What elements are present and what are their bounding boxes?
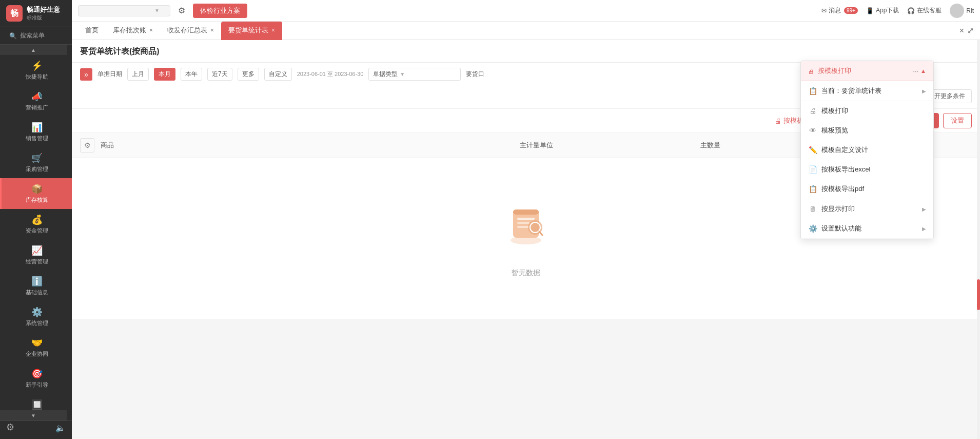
date-filter-label: 单据日期	[97, 70, 122, 79]
app-download-btn[interactable]: 📱 App下载	[866, 6, 899, 15]
template-print-item[interactable]: 🖨 模板打印	[801, 101, 933, 121]
export-pdf-icon: 📋	[808, 185, 817, 193]
print-dropdown-up-icon[interactable]: ▲	[920, 68, 926, 74]
default-func-arrow: ▶	[922, 226, 926, 232]
template-items-section: 🖨 模板打印 👁 模板预览 ✏️ 模板自定义设计 📄 按模板导出excel	[801, 101, 933, 199]
topbar-right: ✉ 消息 99+ 📱 App下载 🎧 在线客服 Rit	[821, 4, 974, 18]
export-excel-icon: 📄	[808, 165, 817, 174]
template-design-item[interactable]: ✏️ 模板自定义设计	[801, 140, 933, 160]
empty-text: 暂无数据	[512, 269, 540, 278]
default-func-icon: ⚙️	[808, 224, 817, 233]
date-btn-current-year[interactable]: 本年	[181, 68, 202, 81]
template-preview-item[interactable]: 👁 模板预览	[801, 121, 933, 140]
sidebar-settings-gear[interactable]: ⚙	[6, 422, 14, 433]
newbie-icon: 🎯	[31, 368, 43, 379]
export-excel-item[interactable]: 📄 按模板导出excel	[801, 160, 933, 179]
default-func-item[interactable]: ⚙️ 设置默认功能 ▶	[801, 219, 933, 238]
tab-close-order-stats[interactable]: ×	[271, 27, 275, 34]
sidebar-item-apps[interactable]: 🔲 应用中心	[0, 394, 72, 410]
tab-inventory-batch[interactable]: 库存批次账 ×	[106, 22, 160, 40]
current-template-label: 当前：要货单统计表	[821, 86, 881, 96]
date-btn-last7[interactable]: 近7天	[207, 68, 232, 81]
app-logo[interactable]: 畅 畅通好生意 标准版	[0, 0, 72, 27]
filter-expand-btn[interactable]: »	[80, 68, 92, 81]
finance-icon: 💰	[31, 214, 43, 225]
sidebar-item-operations[interactable]: 📈 经营管理	[0, 240, 72, 271]
date-btn-current-month[interactable]: 本月	[154, 68, 175, 81]
tabs-bar: 首页 库存批次账 × 收发存汇总表 × 要货单统计表 × × ⤢	[72, 22, 980, 40]
tabs-right-controls: × ⤢	[959, 26, 974, 35]
basics-icon: ℹ️	[31, 276, 43, 287]
th-product: 商品	[101, 141, 449, 150]
logo-icon: 畅	[6, 5, 23, 22]
search-menu[interactable]: 🔍 搜索菜单	[0, 27, 72, 45]
tab-maximize-btn[interactable]: ⤢	[967, 26, 974, 35]
tab-home[interactable]: 首页	[78, 22, 106, 40]
tab-close-inventory-batch[interactable]: ×	[149, 27, 153, 34]
page-header: 要货单统计表(按商品)	[72, 40, 980, 63]
sidebar-item-sales[interactable]: 📊 销售管理	[0, 117, 72, 147]
date-btn-more[interactable]: 更多	[238, 68, 259, 81]
sidebar-scroll-down[interactable]: ▼	[0, 410, 67, 421]
topbar-gear-button[interactable]: ⚙	[174, 4, 189, 18]
table-settings-icon[interactable]: ⚙	[80, 138, 94, 152]
order-type-select[interactable]: 单据类型 ▼	[368, 68, 461, 81]
tab-receipt-summary[interactable]: 收发存汇总表 ×	[160, 22, 221, 40]
app-download-icon: 📱	[866, 7, 874, 14]
search-icon: 🔍	[9, 32, 17, 40]
tab-close-receipt-summary[interactable]: ×	[210, 27, 214, 34]
online-service-btn[interactable]: 🎧 在线客服	[907, 6, 942, 15]
sidebar-item-system[interactable]: ⚙️ 系统管理	[0, 301, 72, 332]
date-btn-prev-month[interactable]: 上月	[127, 68, 149, 81]
message-btn[interactable]: ✉ 消息 99+	[821, 6, 858, 15]
sidebar-item-purchase[interactable]: 🛒 采购管理	[0, 147, 72, 178]
current-template-item[interactable]: 📋 当前：要货单统计表 ▶	[801, 81, 933, 101]
tab-order-stats[interactable]: 要货单统计表 ×	[221, 22, 282, 40]
sidebar-item-marketing[interactable]: 📣 营销推广	[0, 86, 72, 117]
avatar	[950, 4, 964, 18]
sidebar-item-inventory[interactable]: 📦 库存核算	[0, 178, 72, 209]
page-title: 要货单统计表(按商品)	[80, 46, 972, 57]
print-dropdown-more-icon[interactable]: ···	[913, 67, 918, 75]
user-avatar-btn[interactable]: Rit	[950, 4, 974, 18]
th-quantity: 主数量	[623, 141, 798, 150]
order-type-label: 单据类型	[373, 70, 398, 79]
display-print-item[interactable]: 🖥 按显示打印 ▶	[801, 199, 933, 219]
settings-btn[interactable]: 设置	[943, 113, 972, 128]
sidebar-item-basics[interactable]: ℹ️ 基础信息	[0, 271, 72, 301]
svg-rect-2	[513, 209, 539, 215]
enterprise-icon: 🤝	[31, 337, 43, 349]
sidebar-item-newbie[interactable]: 🎯 新手引导	[0, 363, 72, 394]
template-design-icon: ✏️	[808, 146, 817, 154]
right-scrollbar[interactable]	[977, 40, 980, 439]
date-btn-custom[interactable]: 自定义	[264, 68, 292, 81]
print-dropdown: 🖨 按模板打印 ··· ▲ 📋 当前：要货单统计表	[800, 61, 934, 239]
empty-illustration	[500, 199, 552, 260]
sidebar-scroll-up[interactable]: ▲	[0, 45, 67, 55]
svg-rect-3	[517, 218, 535, 220]
main-area: ▼ ⚙ 体验行业方案 ✉ 消息 99+ 📱 App下载 🎧 在线客服 Rit	[72, 0, 980, 439]
search-label: 搜索菜单	[20, 31, 45, 40]
sidebar-item-shortcut[interactable]: ⚡ 快捷导航	[0, 55, 72, 86]
print-icon: 🖨	[775, 117, 781, 125]
topbar-search-input[interactable]	[83, 7, 154, 14]
shortcut-icon: ⚡	[31, 60, 43, 71]
sidebar-item-finance[interactable]: 💰 资金管理	[0, 209, 72, 240]
svg-rect-4	[517, 222, 530, 224]
export-pdf-item[interactable]: 📋 按模板导出pdf	[801, 179, 933, 199]
sidebar-item-enterprise[interactable]: 🤝 企业协同	[0, 332, 72, 363]
sidebar-sound-btn[interactable]: 🔈	[55, 423, 66, 433]
industry-solution-button[interactable]: 体验行业方案	[193, 4, 247, 18]
order-type-arrow-icon: ▼	[400, 71, 405, 77]
print-dropdown-title: 按模板打印	[818, 66, 851, 75]
current-template-arrow: ▶	[922, 88, 926, 94]
svg-line-8	[539, 232, 542, 235]
display-print-arrow: ▶	[922, 206, 926, 212]
tab-close-all-btn[interactable]: ×	[959, 26, 964, 35]
marketing-icon: 📣	[31, 91, 43, 102]
apps-icon: 🔲	[31, 399, 43, 410]
date-range-display: 2023-06-01 至 2023-06-30	[297, 70, 364, 78]
operations-icon: 📈	[31, 245, 43, 256]
scrollbar-thumb	[977, 279, 980, 310]
template-print-icon: 🖨	[808, 107, 817, 115]
